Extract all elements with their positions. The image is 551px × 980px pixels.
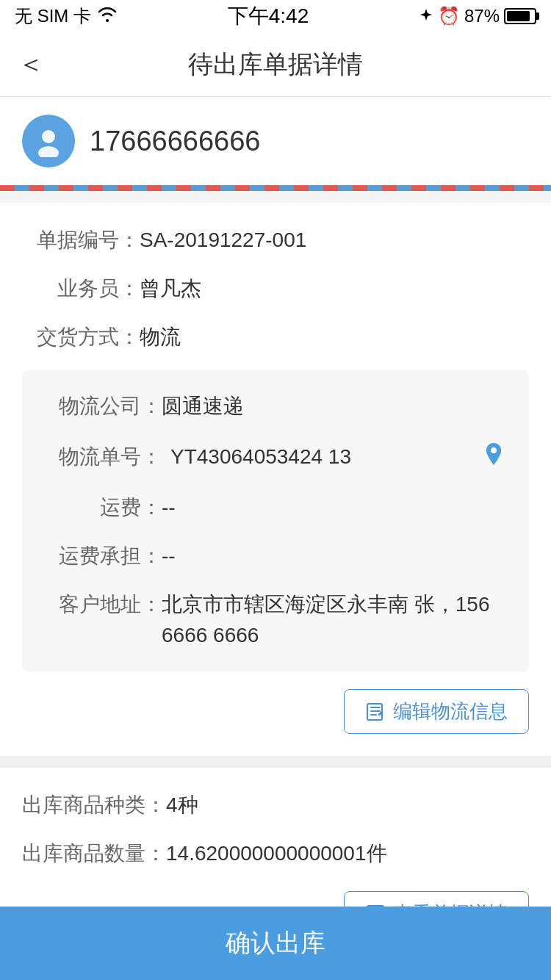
- edit-logistics-row: 编辑物流信息: [22, 689, 529, 734]
- confirm-bar[interactable]: 确认出库: [0, 907, 551, 980]
- status-right: ⏰ 87%: [419, 6, 536, 26]
- logistics-card: 物流公司： 圆通速递 物流单号： YT43064053424 13 运费： --…: [22, 370, 529, 671]
- location-pin-icon[interactable]: [480, 439, 507, 475]
- delivery-row: 交货方式： 物流: [22, 322, 529, 353]
- location-nav-icon: [419, 6, 433, 26]
- delivery-label: 交货方式：: [22, 322, 140, 353]
- freight-bearer-row: 运费承担： --: [44, 541, 507, 572]
- user-phone: 17666666666: [90, 126, 260, 157]
- address-row: 客户地址： 北京市市辖区海淀区永丰南 张，156 6666 6666: [44, 589, 507, 651]
- section-separator: [0, 756, 551, 768]
- battery-icon: [504, 8, 536, 24]
- goods-types-value: 4种: [166, 790, 529, 821]
- status-bar: 无 SIM 卡 下午4:42 ⏰ 87%: [0, 0, 551, 32]
- status-time: 下午4:42: [228, 2, 309, 30]
- avatar: [22, 115, 75, 167]
- svg-point-3: [491, 447, 497, 453]
- document-number-label: 单据编号：: [22, 225, 140, 256]
- dashed-divider: [0, 185, 551, 191]
- document-number-row: 单据编号： SA-20191227-001: [22, 225, 529, 256]
- svg-point-1: [38, 146, 59, 157]
- goods-quantity-label: 出库商品数量：: [22, 838, 166, 869]
- clock-icon: ⏰: [438, 6, 460, 26]
- wifi-icon: [97, 6, 118, 26]
- freight-row: 运费： --: [44, 492, 507, 523]
- logistics-tracking-label: 物流单号：: [44, 442, 162, 472]
- freight-bearer-value: --: [162, 541, 507, 572]
- edit-logistics-button[interactable]: 编辑物流信息: [344, 689, 529, 734]
- address-label: 客户地址：: [44, 589, 162, 620]
- salesperson-label: 业务员：: [22, 273, 140, 304]
- salesperson-value: 曾凡杰: [140, 273, 529, 304]
- logistics-company-row: 物流公司： 圆通速递: [44, 391, 507, 422]
- salesperson-row: 业务员： 曾凡杰: [22, 273, 529, 304]
- battery-percent: 87%: [464, 6, 500, 26]
- goods-quantity-row: 出库商品数量： 14.620000000000001件: [22, 838, 529, 869]
- confirm-label: 确认出库: [226, 926, 325, 960]
- back-button[interactable]: ＜: [18, 46, 44, 82]
- nav-bar: ＜ 待出库单据详情: [0, 32, 551, 97]
- page-title: 待出库单据详情: [188, 48, 363, 82]
- logistics-tracking-value: YT43064053424 13: [170, 442, 472, 472]
- goods-types-row: 出库商品种类： 4种: [22, 790, 529, 821]
- svg-point-0: [42, 130, 55, 143]
- address-value: 北京市市辖区海淀区永丰南 张，156 6666 6666: [162, 589, 507, 651]
- status-left: 无 SIM 卡: [15, 4, 118, 28]
- edit-logistics-label: 编辑物流信息: [393, 699, 508, 724]
- document-info-section: 单据编号： SA-20191227-001 业务员： 曾凡杰 交货方式： 物流 …: [0, 203, 551, 756]
- delivery-value: 物流: [140, 322, 529, 353]
- freight-value: --: [162, 492, 507, 523]
- freight-label: 运费：: [44, 492, 162, 523]
- freight-bearer-label: 运费承担：: [44, 541, 162, 572]
- logistics-company-value: 圆通速递: [162, 391, 507, 422]
- logistics-company-label: 物流公司：: [44, 391, 162, 422]
- document-number-value: SA-20191227-001: [140, 225, 529, 256]
- carrier-text: 无 SIM 卡: [15, 4, 91, 28]
- goods-types-label: 出库商品种类：: [22, 790, 166, 821]
- logistics-tracking-row: 物流单号： YT43064053424 13: [44, 439, 507, 475]
- goods-quantity-value: 14.620000000000001件: [166, 838, 529, 869]
- user-header: 17666666666: [0, 97, 551, 185]
